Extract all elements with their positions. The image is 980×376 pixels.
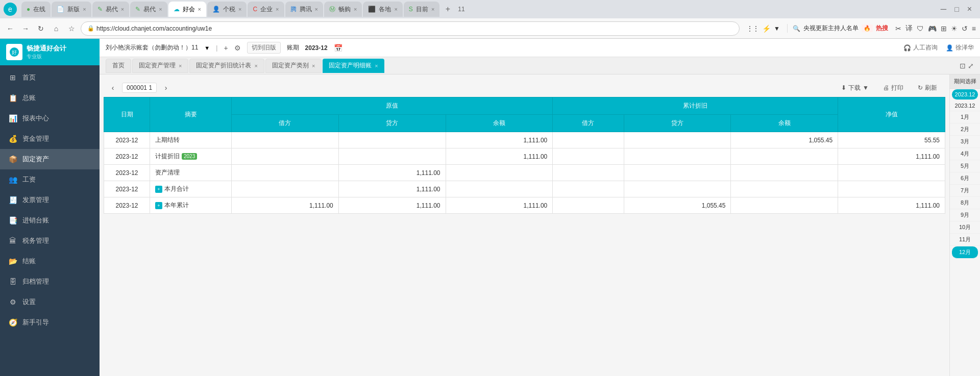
period-item[interactable]: 9月 xyxy=(950,209,980,221)
page-tab-asset-mgmt-close[interactable]: × xyxy=(179,63,182,69)
tab-close-gedi[interactable]: × xyxy=(394,6,397,12)
next-page-btn[interactable]: › xyxy=(161,83,171,93)
sidebar-item-tax[interactable]: 🏛 税务管理 xyxy=(0,231,100,251)
sidebar-item-finance[interactable]: 💰 资金管理 xyxy=(0,129,100,149)
tab-close-tencent[interactable]: × xyxy=(315,6,318,12)
browser-tab-online[interactable]: ● 在线 xyxy=(21,2,51,17)
page-tab-home[interactable]: 首页 xyxy=(106,59,131,73)
browser-tab-tencent[interactable]: 腾 腾讯 × xyxy=(285,2,323,17)
sidebar-label-ledger: 总账 xyxy=(22,93,36,103)
tab-close-muqian[interactable]: × xyxy=(431,6,434,12)
tab-expand-icon[interactable]: ⤢ xyxy=(968,62,974,70)
tab-close-haokuai[interactable]: × xyxy=(198,6,201,12)
brightness-icon[interactable]: ☀ xyxy=(951,24,958,33)
browser-tab-geshui[interactable]: 👤 个税 × xyxy=(207,2,247,17)
period-item[interactable]: 2023.12 xyxy=(952,89,978,100)
prev-page-btn[interactable]: ‹ xyxy=(108,83,118,93)
user-profile-btn[interactable]: 👤 徐泽华 xyxy=(946,43,974,52)
game-icon[interactable]: 🎮 xyxy=(928,24,937,33)
forward-button[interactable]: → xyxy=(19,22,32,35)
sidebar-item-home[interactable]: ⊞ 首页 xyxy=(0,67,100,88)
refresh-btn[interactable]: ↻ 刷新 xyxy=(914,82,941,94)
page-tab-depreciation[interactable]: 固定资产折旧统计表 × xyxy=(189,59,264,73)
browser-tab-yidai2[interactable]: ✎ 易代 × xyxy=(130,2,167,17)
browser-tab-gedi[interactable]: ⬛ 各地 × xyxy=(363,2,402,17)
period-item[interactable]: 2月 xyxy=(950,123,980,136)
cell-orig-balance: 1,111.00 xyxy=(446,132,553,148)
window-close-btn[interactable]: × xyxy=(965,5,974,14)
scissors-icon[interactable]: ✂ xyxy=(895,24,901,33)
sidebar-item-close-account[interactable]: 📂 结账 xyxy=(0,251,100,271)
browser-tab-haokuai[interactable]: ☁ 好会 × xyxy=(168,2,206,17)
settings-gear-btn[interactable]: ⚙ xyxy=(234,44,241,52)
browser-tab-enterprise[interactable]: C 企业 × xyxy=(248,2,284,17)
period-item[interactable]: 3月 xyxy=(950,136,980,148)
sidebar-item-invoice[interactable]: 🧾 发票管理 xyxy=(0,190,100,210)
page-tab-detail-close[interactable]: × xyxy=(375,63,378,69)
back-button[interactable]: ← xyxy=(4,22,16,35)
period-item[interactable]: 8月 xyxy=(950,197,980,209)
tab-close-chang[interactable]: × xyxy=(354,6,357,12)
browser-tab-muqian[interactable]: S 目前 × xyxy=(404,2,439,17)
customer-service-btn[interactable]: 🎧 人工咨询 xyxy=(903,43,938,52)
new-tab-button[interactable]: + xyxy=(440,2,455,16)
page-tab-category[interactable]: 固定资产类别 × xyxy=(265,59,322,73)
period-item[interactable]: 11月 xyxy=(950,234,980,246)
sidebar-item-payroll[interactable]: 👥 工资 xyxy=(0,169,100,190)
dropdown-icon[interactable]: ▼ xyxy=(774,25,780,32)
tab-close-new[interactable]: × xyxy=(83,6,86,12)
download-btn[interactable]: ⬇ 下载 ▼ xyxy=(837,82,873,94)
cell-accum-balance: 1,055.45 xyxy=(731,132,838,148)
tab-close-yidai1[interactable]: × xyxy=(121,6,124,12)
shield-icon[interactable]: 🛡 xyxy=(917,24,924,33)
reports-icon: 📊 xyxy=(8,114,17,123)
browser-tab-new[interactable]: 📄 新版 × xyxy=(52,2,91,17)
reload-button[interactable]: ↻ xyxy=(35,22,47,35)
tab-close-geshui[interactable]: × xyxy=(238,6,241,12)
refresh-icon: ↻ xyxy=(918,84,923,91)
cell-date: 2023-12 xyxy=(104,148,150,165)
home-button[interactable]: ⌂ xyxy=(50,22,62,35)
period-calendar-icon[interactable]: 📅 xyxy=(334,44,342,52)
history-icon[interactable]: ↺ xyxy=(962,24,968,33)
page-tab-asset-mgmt[interactable]: 固定资产管理 × xyxy=(132,59,188,73)
lightning-icon[interactable]: ⚡ xyxy=(762,24,771,33)
print-btn[interactable]: 🖨 打印 xyxy=(879,82,908,94)
page-tab-depreciation-close[interactable]: × xyxy=(254,63,257,69)
period-item[interactable]: 4月 xyxy=(950,148,980,160)
sidebar-item-purchase-sales[interactable]: 📑 进销台账 xyxy=(0,210,100,231)
address-input[interactable]: 🔒 https://cloud.chanjet.com/accounting/u… xyxy=(81,21,740,36)
layout-icon[interactable]: ⊞ xyxy=(941,24,947,33)
sidebar-item-reports[interactable]: 📊 报表中心 xyxy=(0,108,100,129)
new-account-btn[interactable]: + xyxy=(224,44,228,52)
period-item[interactable]: 1月 xyxy=(950,111,980,123)
period-item[interactable]: 5月 xyxy=(950,160,980,172)
menu-icon[interactable]: ≡ xyxy=(972,24,976,33)
tab-restore-icon[interactable]: ⊡ xyxy=(960,62,966,70)
window-minimize-btn[interactable]: ─ xyxy=(939,5,948,14)
translate-icon[interactable]: 译 xyxy=(905,24,913,33)
page-tab-category-close[interactable]: × xyxy=(312,63,315,69)
browser-tab-yidai1[interactable]: ✎ 易代 × xyxy=(92,2,129,17)
account-dropdown-icon[interactable]: ▼ xyxy=(204,45,210,51)
tab-close-yidai2[interactable]: × xyxy=(159,6,162,12)
bookmark-button[interactable]: ☆ xyxy=(65,22,78,35)
tab-more-btn[interactable]: 11 xyxy=(458,6,464,13)
period-item[interactable]: 12月 xyxy=(952,246,978,259)
window-maximize-btn[interactable]: □ xyxy=(952,5,961,13)
sidebar-item-settings[interactable]: ⚙ 设置 xyxy=(0,292,100,312)
sidebar-item-guide[interactable]: 🧭 新手引导 xyxy=(0,312,100,333)
sidebar-item-archive[interactable]: 🗄 归档管理 xyxy=(0,271,100,292)
browser-grid-icon[interactable]: ⋮⋮ xyxy=(747,25,759,32)
period-item[interactable]: 2023.12 xyxy=(950,101,980,111)
tab-label-enterprise: 企业 xyxy=(260,5,273,14)
sidebar-item-ledger[interactable]: 📋 总账 xyxy=(0,88,100,108)
switch-version-btn[interactable]: 切到旧版 xyxy=(247,42,281,54)
period-item[interactable]: 7月 xyxy=(950,185,980,197)
period-item[interactable]: 10月 xyxy=(950,221,980,234)
period-item[interactable]: 6月 xyxy=(950,172,980,185)
tab-close-enterprise[interactable]: × xyxy=(276,6,279,12)
page-tab-detail[interactable]: 固定资产明细账 × xyxy=(323,59,384,73)
browser-tab-chang[interactable]: Ⓜ 畅购 × xyxy=(324,2,362,17)
sidebar-item-fixed-assets[interactable]: 📦 固定资产 xyxy=(0,149,100,169)
